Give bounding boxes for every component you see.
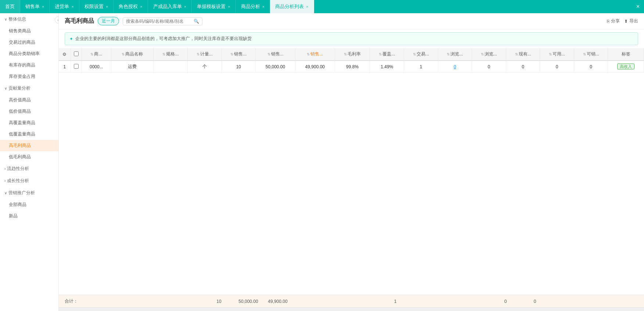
- sidebar-section-trend[interactable]: › 流趋性分析: [0, 163, 58, 175]
- col-sales-amount: ⇅销售...: [256, 48, 295, 61]
- nav-role-auth[interactable]: 角色授权 ×: [114, 0, 148, 13]
- col-available: ⇅可用...: [540, 48, 574, 61]
- sidebar-item-high-margin[interactable]: 高毛利商品: [0, 140, 58, 151]
- col-sales-cost: ⇅销售...: [295, 48, 335, 61]
- header-actions: ⎘ 分享 ⬆ 导出: [607, 18, 638, 24]
- cell-sales-cost: 49,900.00: [295, 61, 335, 73]
- cell-sellable: 0: [574, 61, 608, 73]
- col-coverage: ⇅覆盖...: [370, 48, 404, 61]
- sidebar: « ∨ 整体信息 销售类商品 交易过的商品 商品分类助销率 有库存的商品 库存资…: [0, 13, 59, 311]
- section-expand-icon: ›: [4, 179, 6, 183]
- section-expand-icon: ›: [4, 167, 6, 171]
- cell-sales-amount: 50,000.00: [256, 61, 295, 73]
- cell-num: 1: [59, 61, 71, 73]
- footer-empty3: [410, 299, 439, 304]
- close-icon[interactable]: ×: [71, 4, 73, 9]
- section-expand-icon: ∨: [4, 17, 7, 21]
- share-button[interactable]: ⎘ 分享: [607, 18, 620, 24]
- sidebar-item-traded-goods[interactable]: 交易过的商品: [0, 37, 58, 48]
- close-icon[interactable]: ×: [228, 4, 230, 9]
- nav-product-analysis-list[interactable]: 商品分析列表 ×: [270, 0, 314, 13]
- cell-tag: 高收入: [608, 61, 644, 73]
- close-all-tabs-button[interactable]: ×: [632, 0, 644, 13]
- sidebar-item-high-coverage[interactable]: 高覆盖量商品: [0, 117, 58, 129]
- close-icon[interactable]: ×: [42, 4, 44, 9]
- sidebar-item-sales-goods[interactable]: 销售类商品: [0, 25, 58, 37]
- col-sales-qty: ⇅销售...: [222, 48, 256, 61]
- nav-home[interactable]: 首页: [0, 0, 20, 13]
- cell-current-stock: 0: [506, 61, 540, 73]
- page-title: 高毛利商品: [65, 17, 94, 25]
- sidebar-item-category-sell-rate[interactable]: 商品分类助销率: [0, 48, 58, 59]
- cell-unit: 个: [188, 61, 222, 73]
- nav-template-settings[interactable]: 单据模板设置 ×: [192, 0, 235, 13]
- sidebar-item-stocked-goods[interactable]: 有库存的商品: [0, 59, 58, 71]
- cell-transactions: 1: [404, 61, 438, 73]
- col-name: ⇅商品名称: [111, 48, 154, 61]
- top-navigation: 首页 销售单 × 进货单 × 权限设置 × 角色授权 × 产成品入库单 × 单据…: [0, 0, 644, 13]
- footer-values: 10 50,000.00 49,900.00 1 0 0: [94, 299, 638, 304]
- close-icon[interactable]: ×: [140, 4, 142, 9]
- close-icon[interactable]: ×: [184, 4, 186, 9]
- data-table: ⚙ ⇅商... ⇅商品名称 ⇅规格... ⇅计量... ⇅销售... ⇅销售..…: [59, 48, 644, 73]
- close-icon[interactable]: ×: [106, 4, 108, 9]
- sidebar-item-high-value[interactable]: 高价值商品: [0, 94, 58, 106]
- cell-code: 0000...: [82, 61, 111, 73]
- sidebar-item-low-coverage[interactable]: 低覆盖量商品: [0, 129, 58, 140]
- cell-checkbox[interactable]: [71, 61, 82, 73]
- search-box: 🔍: [123, 17, 202, 25]
- row-checkbox[interactable]: [74, 64, 79, 69]
- cell-gross-rate: 99.8%: [335, 61, 370, 73]
- sidebar-item-new-goods[interactable]: 新品: [0, 210, 58, 222]
- col-gross-rate: ⇅毛利率: [335, 48, 370, 61]
- sidebar-section-marketing[interactable]: ∨ 营销推广分析: [0, 187, 58, 199]
- share-icon: ⎘: [607, 19, 609, 24]
- sidebar-item-all-goods[interactable]: 全部商品: [0, 199, 58, 210]
- nav-permission-settings[interactable]: 权限设置 ×: [79, 0, 114, 13]
- col-code: ⇅商...: [82, 48, 111, 61]
- search-icon[interactable]: 🔍: [194, 19, 199, 24]
- col-checkbox[interactable]: [71, 48, 82, 61]
- cell-name: 运费: [111, 61, 154, 73]
- export-button[interactable]: ⬆ 导出: [624, 18, 638, 24]
- search-input[interactable]: [126, 19, 192, 24]
- close-icon[interactable]: ×: [262, 4, 265, 9]
- footer-empty2: [322, 299, 351, 304]
- info-icon: ✦: [69, 36, 73, 41]
- sidebar-section-growth[interactable]: › 成长性分析: [0, 175, 58, 187]
- footer-sales-qty: 10: [204, 299, 234, 304]
- table-row: 1 0000... 运费 个 10 50,000.00 49,900.00 99…: [59, 61, 644, 73]
- cell-available: 0: [540, 61, 574, 73]
- footer-total-bar: 合计： 10 50,000.00 49,900.00 1 0 0: [59, 295, 644, 307]
- sidebar-item-low-margin[interactable]: 低毛利商品: [0, 151, 58, 163]
- footer-current-stock: 0: [491, 299, 520, 304]
- col-unit: ⇅计量...: [188, 48, 222, 61]
- nav-finished-goods[interactable]: 产成品入库单 ×: [148, 0, 192, 13]
- col-browse2: ⇅浏览...: [472, 48, 506, 61]
- horizontal-scrollbar[interactable]: [59, 307, 644, 311]
- export-icon: ⬆: [624, 19, 628, 24]
- sidebar-item-stock-capital[interactable]: 库存资金占用: [0, 71, 58, 82]
- footer-sales-amount: 50,000.00: [234, 299, 263, 304]
- select-all-checkbox[interactable]: [74, 51, 79, 56]
- total-label: 合计：: [65, 298, 94, 304]
- table-header-row: ⚙ ⇅商... ⇅商品名称 ⇅规格... ⇅计量... ⇅销售... ⇅销售..…: [59, 48, 644, 61]
- time-filter-button[interactable]: 近一月: [98, 17, 119, 25]
- close-icon[interactable]: ×: [306, 4, 308, 9]
- cell-browse1[interactable]: 0: [438, 61, 472, 73]
- nav-purchase-order[interactable]: 进货单 ×: [50, 0, 79, 13]
- nav-product-analysis[interactable]: 商品分析 ×: [236, 0, 270, 13]
- content-header: 高毛利商品 近一月 🔍 ⎘ 分享 ⬆ 导出: [59, 13, 644, 29]
- col-settings[interactable]: ⚙: [59, 48, 71, 61]
- section-expand-icon: ∨: [4, 191, 7, 195]
- footer-transactions: 1: [381, 299, 410, 304]
- col-browse1: ⇅浏览...: [438, 48, 472, 61]
- sidebar-item-low-value[interactable]: 低价值商品: [0, 106, 58, 117]
- sidebar-section-overall[interactable]: ∨ 整体信息: [0, 13, 58, 25]
- nav-sales-order[interactable]: 销售单 ×: [20, 0, 50, 13]
- sidebar-section-contribution[interactable]: ∨ 贡献量分析: [0, 82, 58, 94]
- col-transactions: ⇅交易...: [404, 48, 438, 61]
- col-sellable: ⇅可销...: [574, 48, 608, 61]
- footer-empty4: [439, 299, 469, 304]
- info-bar: ✦ 企业的主要的利润都是这部分商品创造的，可考虑加大推广，同时关注库存是不要出现…: [65, 32, 638, 45]
